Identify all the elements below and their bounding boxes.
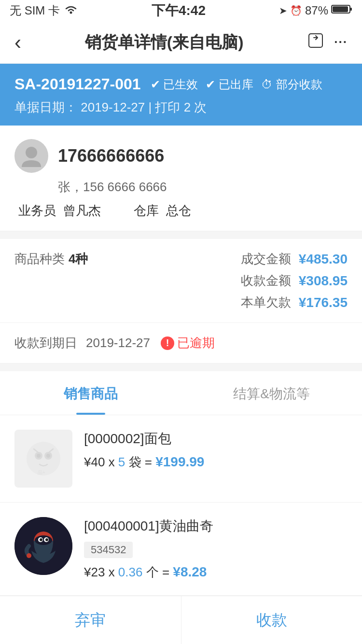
banner-row1: SA-20191227-001 ✔ 已生效 ✔ 已出库 ⏱ 部分收款 [14,75,348,93]
print-label: | 打印 [148,100,180,114]
badge-effective: ✔ 已生效 [151,77,198,92]
tab-settlement[interactable]: 结算&物流等 [181,371,362,415]
product-placeholder-1: 品+ [14,430,72,488]
svg-point-5 [26,147,37,158]
svg-point-18 [45,538,48,541]
amount-row: 成交金额 ¥485.30 [241,251,348,267]
page-content: SA-20191227-001 ✔ 已生效 ✔ 已出库 ⏱ 部分收款 单据日期：… [0,64,362,644]
svg-point-10 [46,454,50,458]
product-item: 品+ [0000002]面包 ¥40 x 5 袋 = ¥199.99 [0,415,362,503]
debt-label: 本单欠款 [241,294,291,311]
svg-point-9 [37,454,41,458]
nav-left: ‹ [14,31,21,54]
badge-partial-payment: ⏱ 部分收款 [261,77,322,92]
received-value: ¥308.95 [299,273,348,289]
confirm-button[interactable]: 收款 [181,596,362,644]
summary-left: 商品种类 4种 [14,251,88,267]
tabs-section: 销售商品 结算&物流等 [0,371,362,415]
cancel-button[interactable]: 弃审 [0,596,181,644]
product-unit-2: 个 [146,565,159,579]
sim-label: 无 SIM 卡 [10,3,60,18]
status-left: 无 SIM 卡 [10,3,78,18]
banner-row2: 单据日期： 2019-12-27 | 打印 2 次 [14,99,348,116]
svg-rect-3 [333,6,348,12]
nav-title: 销货单详情(来自电脑) [85,31,244,54]
received-label: 收款金额 [241,272,291,289]
summary-right: 成交金额 ¥485.30 收款金额 ¥308.95 本单欠款 ¥176.35 [241,251,348,311]
order-header-banner: SA-20191227-001 ✔ 已生效 ✔ 已出库 ⏱ 部分收款 单据日期：… [0,64,362,126]
svg-point-17 [40,538,42,541]
summary-card: 商品种类 4种 成交金额 ¥485.30 收款金额 ¥308.95 本单欠款 ¥… [0,239,362,323]
share-icon[interactable] [307,32,324,53]
back-button[interactable]: ‹ [14,31,21,54]
status-badges: ✔ 已生效 ✔ 已出库 ⏱ 部分收款 [151,77,322,92]
customer-name: 17666666666 [58,146,164,166]
summary-row: 商品种类 4种 成交金额 ¥485.30 收款金额 ¥308.95 本单欠款 ¥… [14,251,348,311]
svg-point-14 [35,535,52,545]
due-date-value: 2019-12-27 [86,336,150,350]
salesperson-value: 曾凡杰 [63,203,101,218]
equals-1: = [145,455,155,469]
due-date-section: 收款到期日 2019-12-27 ! 已逾期 [0,323,362,364]
status-right: ➤ ⏰ 87% [279,4,352,17]
amount-label: 成交金额 [241,251,291,267]
divider-1 [0,231,362,239]
status-time: 下午4:42 [152,1,206,20]
debt-value: ¥176.35 [299,295,348,310]
svg-point-19 [27,553,31,558]
equals-2: = [162,565,173,579]
product-price-1: ¥40 [84,455,105,469]
price-separator-1: x [109,455,118,469]
alarm-icon: ⏰ [290,5,302,16]
product-name-1: [0000002]面包 [84,430,348,448]
print-count: 2 [184,100,191,114]
date-label: 单据日期： [14,100,77,114]
tab-products[interactable]: 销售商品 [0,371,181,415]
warehouse-label: 仓库 [134,203,159,218]
product-price-2: ¥23 [84,565,105,579]
battery-icon [331,4,352,17]
product-qty-2: 0.36 [118,565,143,579]
product-name-2: [000400001]黄油曲奇 [84,517,348,535]
product-qty-1: 5 [118,455,125,469]
customer-sub: 张，156 6666 6666 [14,179,348,196]
product-price-row-1: ¥40 x 5 袋 = ¥199.99 [84,454,348,471]
salesperson-label: 业务员 [18,203,56,218]
product-list: 品+ [0000002]面包 ¥40 x 5 袋 = ¥199.99 [0,415,362,596]
avatar [14,139,48,173]
bottom-bar: 弃审 收款 [0,596,362,644]
salesperson-meta: 业务员 曾凡杰 [14,202,101,219]
due-date-label: 收款到期日 [14,335,77,351]
more-icon[interactable]: ··· [334,35,348,50]
price-separator-2: x [109,565,118,579]
amount-value: ¥485.30 [299,252,348,267]
product-image-1: 品+ [14,430,72,488]
product-info-1: [0000002]面包 ¥40 x 5 袋 = ¥199.99 [84,430,348,471]
product-badge-2: 534532 [84,542,133,558]
product-image-2 [14,517,72,575]
customer-header: 17666666666 [14,139,348,173]
product-total-1: ¥199.99 [155,454,204,469]
product-price-row-2: ¥23 x 0.36 个 = ¥8.28 [84,564,348,581]
order-id: SA-20191227-001 [14,75,141,93]
product-item-2: [000400001]黄油曲奇 534532 ¥23 x 0.36 个 = ¥8… [0,503,362,596]
status-bar: 无 SIM 卡 下午4:42 ➤ ⏰ 87% [0,0,362,21]
svg-text:品+: 品+ [38,470,45,475]
warehouse-meta: 仓库 总仓 [130,202,191,219]
product-info-2: [000400001]黄油曲奇 534532 ¥23 x 0.36 个 = ¥8… [84,517,348,581]
print-unit: 次 [194,100,207,114]
overdue-text: 已逾期 [177,335,215,351]
svg-rect-2 [350,8,352,11]
location-icon: ➤ [279,5,287,16]
date-value: 2019-12-27 [81,100,145,114]
product-total-2: ¥8.28 [173,564,207,579]
product-unit-1: 袋 [129,455,141,469]
wifi-icon [64,4,78,17]
nav-bar: ‹ 销货单详情(来自电脑) ··· [0,21,362,64]
product-count: 4种 [69,251,88,267]
tabs-row: 销售商品 结算&物流等 [0,371,362,415]
customer-meta: 业务员 曾凡杰 仓库 总仓 [14,202,348,219]
overdue-badge: ! 已逾期 [161,335,215,351]
received-row: 收款金额 ¥308.95 [241,272,348,289]
overdue-dot-icon: ! [161,336,174,350]
